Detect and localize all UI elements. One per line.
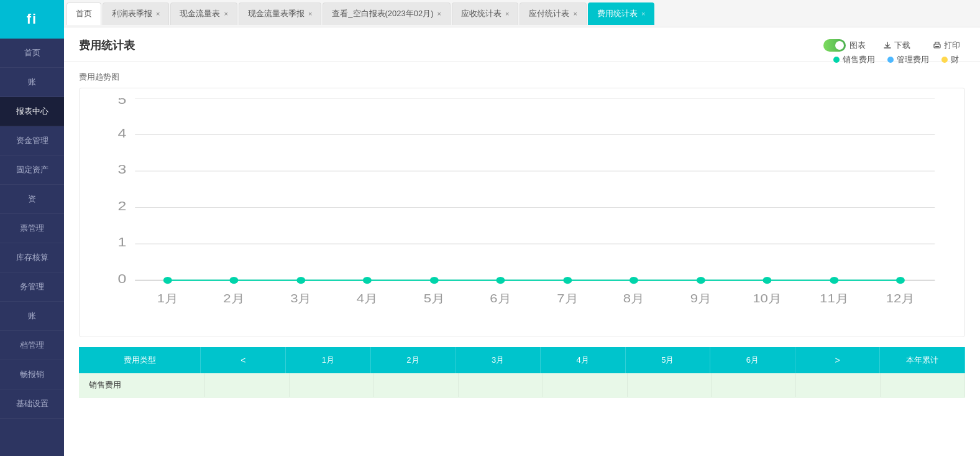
sidebar-item-assets[interactable]: 固定资产 [0, 156, 64, 185]
tab-close-expense-stat[interactable]: × [641, 10, 645, 17]
sidebar-item-files[interactable]: 档管理 [0, 331, 64, 360]
td-m1 [290, 373, 374, 397]
download-icon [883, 41, 892, 50]
tab-close-payable[interactable]: × [573, 10, 577, 17]
svg-text:12月: 12月 [886, 292, 915, 305]
content-area: 费用统计表 图表 下载 [64, 27, 980, 456]
svg-text:1月: 1月 [157, 292, 178, 305]
svg-text:4月: 4月 [357, 292, 378, 305]
sidebar-item-invoice[interactable]: 票管理 [0, 214, 64, 243]
th-m1: 1月 [286, 347, 371, 373]
print-icon [933, 41, 941, 50]
svg-text:11月: 11月 [820, 292, 849, 305]
tab-blank-report[interactable]: 查看_空白报表(2023年02月) × [323, 2, 451, 25]
chart-point-8 [630, 277, 638, 284]
svg-text:10月: 10月 [753, 292, 782, 305]
th-m5: 5月 [626, 347, 711, 373]
chart-point-3 [296, 277, 305, 284]
sidebar: fi 首页 账 报表中心 资金管理 固定资产 资 票管理 库存核算 务管理 账 … [0, 0, 64, 456]
td-type: 销售费用 [79, 373, 205, 397]
td-next-nav-empty [796, 373, 881, 397]
tab-payable[interactable]: 应付统计表 × [520, 2, 586, 25]
legend-finance: 财 [941, 54, 959, 65]
page-title: 费用统计表 [79, 38, 135, 53]
svg-text:5: 5 [118, 98, 127, 106]
th-m4: 4月 [541, 347, 626, 373]
svg-text:7月: 7月 [557, 292, 578, 305]
legend-admin: 管理费用 [887, 54, 929, 65]
td-empty-nav [205, 373, 290, 397]
tab-expense-stat[interactable]: 费用统计表 × [588, 2, 654, 25]
svg-text:9月: 9月 [690, 292, 712, 305]
tab-cashflow[interactable]: 现金流量表 × [170, 2, 237, 25]
tab-profit[interactable]: 利润表季报 × [103, 2, 169, 25]
svg-text:4: 4 [118, 126, 127, 140]
svg-text:0: 0 [118, 271, 127, 286]
svg-text:5月: 5月 [424, 292, 445, 305]
sidebar-item-account[interactable]: 账 [0, 68, 64, 97]
svg-text:3: 3 [118, 162, 127, 177]
th-next-nav[interactable]: > [795, 347, 881, 373]
sidebar-item-business[interactable]: 务管理 [0, 272, 64, 302]
sidebar-item-expense[interactable]: 畅报销 [0, 360, 64, 389]
chart-wrapper: 0 1 2 3 4 5 [79, 88, 965, 337]
th-m6: 6月 [710, 347, 795, 373]
chart-point-1 [163, 277, 172, 284]
chart-point-12 [896, 277, 905, 284]
chart-point-5 [430, 277, 439, 284]
print-button[interactable]: 打印 [928, 37, 965, 54]
chart-point-4 [363, 277, 372, 284]
table-header: 费用类型 < 1月 2月 3月 4月 5月 [79, 347, 965, 373]
td-m5 [628, 373, 712, 397]
th-m2: 2月 [371, 347, 456, 373]
tab-receivable[interactable]: 应收统计表 × [452, 2, 518, 25]
svg-text:8月: 8月 [623, 292, 644, 305]
legend-dot-sales [833, 57, 840, 63]
sidebar-item-funds[interactable]: 资金管理 [0, 126, 64, 156]
chart-point-11 [830, 277, 838, 284]
legend-sales: 销售费用 [833, 54, 875, 65]
svg-text:3月: 3月 [290, 292, 311, 305]
chart-point-6 [496, 277, 505, 284]
svg-text:2月: 2月 [223, 292, 244, 305]
main-area: 首页 利润表季报 × 现金流量表 × 现金流量表季报 × 查看_空白报表(202… [64, 0, 980, 456]
sidebar-item-home[interactable]: 首页 [0, 39, 64, 68]
sidebar-logo: fi [0, 0, 64, 39]
legend-dot-finance [941, 57, 948, 63]
svg-text:1: 1 [118, 235, 127, 249]
tab-close-cashflow-quarter[interactable]: × [308, 10, 312, 17]
tab-close-profit[interactable]: × [156, 10, 160, 17]
td-m4 [543, 373, 628, 397]
sidebar-item-inventory[interactable]: 库存核算 [0, 243, 64, 272]
chart-toggle[interactable] [823, 39, 846, 52]
svg-rect-1 [935, 46, 939, 47]
tab-close-receivable[interactable]: × [505, 10, 509, 17]
chart-point-7 [563, 277, 572, 284]
chart-legend: 销售费用 管理费用 财 [833, 54, 965, 65]
chart-point-2 [229, 277, 238, 284]
th-m3: 3月 [456, 347, 541, 373]
next-month-button[interactable]: > [831, 355, 844, 365]
tab-cashflow-quarter[interactable]: 现金流量表季报 × [239, 2, 321, 25]
download-button[interactable]: 下载 [878, 37, 915, 54]
th-yearly: 本年累计 [880, 347, 965, 373]
svg-text:2: 2 [118, 198, 127, 213]
svg-text:6月: 6月 [490, 292, 511, 305]
sidebar-item-settings[interactable]: 基础设置 [0, 389, 64, 419]
tab-home[interactable]: 首页 [66, 2, 101, 25]
header-actions: 图表 下载 打印 [823, 37, 965, 54]
td-m2 [374, 373, 459, 397]
th-prev-nav[interactable]: < [201, 347, 286, 373]
tab-close-blank-report[interactable]: × [437, 10, 441, 17]
sidebar-item-account2[interactable]: 账 [0, 302, 64, 331]
sidebar-item-resources[interactable]: 资 [0, 185, 64, 214]
tab-close-cashflow[interactable]: × [224, 10, 227, 17]
td-m6 [712, 373, 796, 397]
prev-month-button[interactable]: < [237, 355, 249, 365]
toggle-label: 图表 [849, 40, 866, 51]
td-yearly [881, 373, 965, 397]
chart-section: 费用趋势图 销售费用 管理费用 财 [64, 62, 980, 347]
td-m3 [459, 373, 543, 397]
chart-title: 费用趋势图 [79, 72, 119, 81]
sidebar-item-reports[interactable]: 报表中心 [0, 97, 64, 126]
